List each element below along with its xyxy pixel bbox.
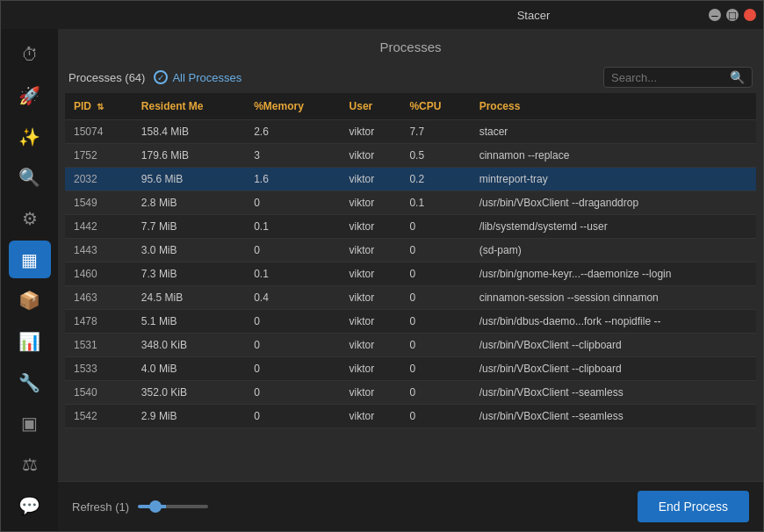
- cell-cpu: 0: [400, 286, 470, 310]
- minimize-button[interactable]: –: [709, 9, 721, 21]
- cell-user: viktor: [341, 191, 401, 215]
- cell-process: /usr/bin/gnome-keyr...--daemonize --logi…: [471, 262, 756, 286]
- cell-pct-memory: 0: [245, 405, 340, 428]
- cell-process: stacer: [471, 120, 756, 144]
- cell-cpu: 0.5: [400, 144, 470, 168]
- cell-pid: 1463: [65, 286, 133, 310]
- processes-table-container[interactable]: PID ⇅ Resident Me %Memory User %CPU Proc…: [65, 93, 756, 481]
- sidebar-item-processes[interactable]: ▦: [9, 241, 51, 278]
- search-box: 🔍: [603, 67, 753, 88]
- sort-icon: ⇅: [97, 102, 104, 111]
- sidebar-item-services[interactable]: ⚖: [9, 446, 51, 484]
- sidebar-item-tools[interactable]: 🔧: [9, 363, 51, 401]
- cell-memory: 2.8 MiB: [133, 191, 245, 215]
- cell-pct-memory: 0.1: [245, 215, 340, 239]
- sidebar-item-startup[interactable]: 🚀: [9, 77, 51, 115]
- cell-user: viktor: [341, 405, 401, 428]
- cell-pct-memory: 0.4: [245, 286, 340, 310]
- cell-pct-memory: 0: [245, 310, 340, 334]
- maximize-button[interactable]: □: [726, 9, 739, 21]
- table-row[interactable]: 1549 2.8 MiB 0 viktor 0.1 /usr/bin/VBoxC…: [65, 191, 756, 215]
- cell-pct-memory: 1.6: [245, 168, 340, 191]
- footer: Refresh (1) End Process: [58, 481, 763, 531]
- cell-pid: 1442: [65, 215, 133, 239]
- table-row[interactable]: 1463 24.5 MiB 0.4 viktor 0 cinnamon-sess…: [65, 286, 756, 310]
- search-input[interactable]: [611, 71, 725, 84]
- cell-memory: 4.0 MiB: [133, 357, 245, 381]
- table-row[interactable]: 15074 158.4 MiB 2.6 viktor 7.7 stacer: [65, 120, 756, 144]
- cell-user: viktor: [341, 262, 401, 286]
- slider-container: [138, 505, 208, 508]
- refresh-slider[interactable]: [138, 505, 208, 508]
- cell-pid: 1549: [65, 191, 133, 215]
- sidebar-item-dashboard[interactable]: ⏱: [9, 36, 51, 74]
- cell-cpu: 0: [400, 310, 470, 334]
- cell-memory: 2.9 MiB: [133, 405, 245, 428]
- main-layout: ⏱🚀✨🔍⚙▦📦📊🔧▣⚖💬 Processes Processes (64) ✓ …: [1, 29, 763, 531]
- cell-pid: 1460: [65, 262, 133, 286]
- cell-memory: 352.0 KiB: [133, 381, 245, 405]
- cell-user: viktor: [341, 334, 401, 357]
- cell-cpu: 0.2: [400, 168, 470, 191]
- cell-memory: 348.0 KiB: [133, 334, 245, 357]
- cell-cpu: 0: [400, 239, 470, 262]
- cell-pid: 1531: [65, 334, 133, 357]
- cell-user: viktor: [341, 381, 401, 405]
- table-header: PID ⇅ Resident Me %Memory User %CPU Proc…: [65, 93, 756, 120]
- cell-cpu: 0: [400, 357, 470, 381]
- cell-pid: 1542: [65, 405, 133, 428]
- col-header-memory: Resident Me: [133, 93, 245, 120]
- cell-pct-memory: 0: [245, 357, 340, 381]
- sidebar-item-search[interactable]: 🔍: [9, 159, 51, 197]
- cell-cpu: 0: [400, 405, 470, 428]
- table-row[interactable]: 2032 95.6 MiB 1.6 viktor 0.2 mintreport-…: [65, 168, 756, 191]
- processes-count: Processes (64): [68, 71, 145, 84]
- table-row[interactable]: 1752 179.6 MiB 3 viktor 0.5 cinnamon --r…: [65, 144, 756, 168]
- all-processes-label: All Processes: [172, 71, 241, 84]
- sidebar-item-package[interactable]: 📦: [9, 282, 51, 320]
- table-row[interactable]: 1533 4.0 MiB 0 viktor 0 /usr/bin/VBoxCli…: [65, 357, 756, 381]
- table-row[interactable]: 1540 352.0 KiB 0 viktor 0 /usr/bin/VBoxC…: [65, 381, 756, 405]
- cell-pct-memory: 0: [245, 381, 340, 405]
- cell-pct-memory: 3: [245, 144, 340, 168]
- table-row[interactable]: 1442 7.7 MiB 0.1 viktor 0 /lib/systemd/s…: [65, 215, 756, 239]
- end-process-button[interactable]: End Process: [638, 491, 749, 522]
- table-row[interactable]: 1443 3.0 MiB 0 viktor 0 (sd-pam): [65, 239, 756, 262]
- sidebar-item-chart[interactable]: 📊: [9, 323, 51, 361]
- refresh-label: Refresh (1): [72, 500, 129, 514]
- cell-memory: 95.6 MiB: [133, 168, 245, 191]
- table-row[interactable]: 1460 7.3 MiB 0.1 viktor 0 /usr/bin/gnome…: [65, 262, 756, 286]
- col-header-pct-memory: %Memory: [245, 93, 340, 120]
- sidebar: ⏱🚀✨🔍⚙▦📦📊🔧▣⚖💬: [1, 29, 58, 531]
- cell-pct-memory: 2.6: [245, 120, 340, 144]
- refresh-section: Refresh (1): [72, 500, 208, 514]
- close-button[interactable]: [744, 9, 756, 21]
- cell-pct-memory: 0: [245, 334, 340, 357]
- cell-process: /usr/bin/VBoxClient --seamless: [471, 405, 756, 428]
- cell-process: /usr/bin/VBoxClient --draganddrop: [471, 191, 756, 215]
- all-processes-button[interactable]: ✓ All Processes: [154, 70, 241, 84]
- cell-pid: 2032: [65, 168, 133, 191]
- cell-memory: 158.4 MiB: [133, 120, 245, 144]
- sidebar-item-docker[interactable]: ▣: [9, 405, 51, 442]
- sidebar-item-settings[interactable]: ⚙: [9, 200, 51, 238]
- sidebar-item-terminal[interactable]: 💬: [9, 486, 51, 524]
- cell-pid: 1533: [65, 357, 133, 381]
- cell-user: viktor: [341, 357, 401, 381]
- cell-pct-memory: 0: [245, 239, 340, 262]
- col-header-pid[interactable]: PID ⇅: [65, 93, 133, 120]
- content-area: Processes Processes (64) ✓ All Processes…: [58, 29, 763, 531]
- sidebar-item-cleanup[interactable]: ✨: [9, 118, 51, 155]
- table-row[interactable]: 1531 348.0 KiB 0 viktor 0 /usr/bin/VBoxC…: [65, 334, 756, 357]
- table-row[interactable]: 1478 5.1 MiB 0 viktor 0 /usr/bin/dbus-da…: [65, 310, 756, 334]
- cell-user: viktor: [341, 239, 401, 262]
- window-controls: – □: [709, 9, 756, 21]
- cell-memory: 7.3 MiB: [133, 262, 245, 286]
- toolbar: Processes (64) ✓ All Processes 🔍: [58, 61, 763, 93]
- cell-memory: 7.7 MiB: [133, 215, 245, 239]
- toolbar-left: Processes (64) ✓ All Processes: [68, 70, 241, 84]
- cell-pct-memory: 0: [245, 191, 340, 215]
- col-header-user: User: [341, 93, 401, 120]
- table-row[interactable]: 1542 2.9 MiB 0 viktor 0 /usr/bin/VBoxCli…: [65, 405, 756, 428]
- cell-pct-memory: 0.1: [245, 262, 340, 286]
